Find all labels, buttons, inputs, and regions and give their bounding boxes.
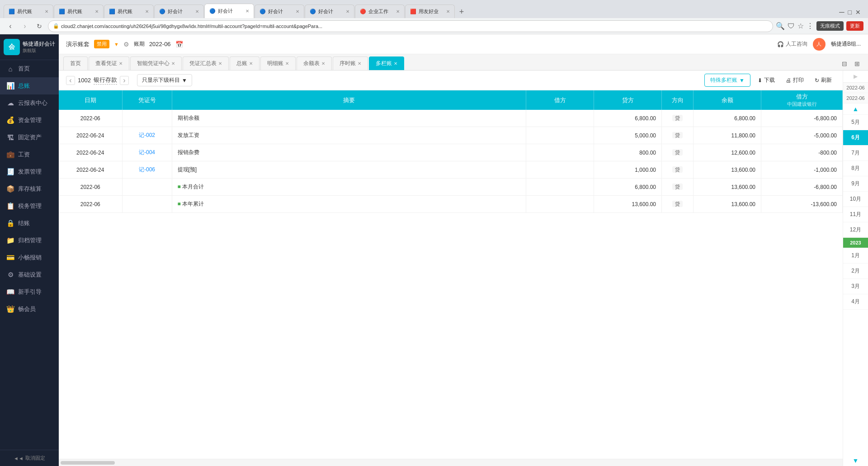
update-btn[interactable]: 更新 xyxy=(846,21,863,31)
sidebar-item-inventory[interactable]: 📦 库存核算 xyxy=(0,180,59,198)
scroll-thumb[interactable] xyxy=(61,461,115,465)
sidebar-item-tax[interactable]: 📋 税务管理 xyxy=(0,198,59,215)
page-tab-chronological[interactable]: 序时账✕ xyxy=(333,56,368,70)
search-icon[interactable]: 🔍 xyxy=(776,22,785,30)
consult-btn[interactable]: 🎧 人工咨询 xyxy=(777,40,807,48)
reload-btn[interactable]: ↻ xyxy=(33,20,45,32)
new-tab-btn[interactable]: + xyxy=(455,5,468,18)
url-bar[interactable]: 🔒 cloud2.chanjet.com/accounting/uh26t264… xyxy=(48,20,773,32)
browser-menu-icon[interactable]: ⋮ xyxy=(807,22,814,30)
month-item-7[interactable]: 7月 xyxy=(843,146,868,161)
sidebar-item-salary[interactable]: 💼 工资 xyxy=(0,146,59,163)
sidebar-item-archive[interactable]: 📁 归档管理 xyxy=(0,232,59,249)
sidebar-item-home[interactable]: ⌂ 首页 xyxy=(0,60,59,77)
sidebar-item-fixed-assets[interactable]: 🏗 固定资产 xyxy=(0,129,59,146)
month-item-9[interactable]: 9月 xyxy=(843,176,868,192)
cell-voucher-3[interactable]: 记-004 xyxy=(122,144,172,161)
close-tab-multi[interactable]: ✕ xyxy=(394,61,397,66)
month-item-3[interactable]: 3月 xyxy=(843,279,868,294)
close-tab-gl[interactable]: ✕ xyxy=(249,61,253,66)
close-tab-balance[interactable]: ✕ xyxy=(321,61,325,66)
sidebar-item-member[interactable]: 👑 畅会员 xyxy=(0,301,59,318)
month-item-6-active[interactable]: 6月 xyxy=(843,130,868,146)
page-tab-detail[interactable]: 明细账✕ xyxy=(260,56,296,70)
scroll-up-btn[interactable]: ▲ xyxy=(843,104,868,115)
print-label: 打印 xyxy=(793,76,804,84)
demo-badge-dropdown[interactable]: ▼ xyxy=(114,42,119,47)
shield-icon[interactable]: 🛡 xyxy=(788,22,795,30)
forward-btn[interactable]: › xyxy=(19,20,31,32)
col-balance: 余额 xyxy=(693,90,761,110)
sidebar-item-close[interactable]: 🔒 结账 xyxy=(0,215,59,232)
page-tab-balance[interactable]: 余额表✕ xyxy=(297,56,332,70)
tab-5-active[interactable]: 🔵好会计✕ xyxy=(204,4,254,18)
page-tab-general-ledger[interactable]: 总账✕ xyxy=(230,56,259,70)
close-tab-summary[interactable]: ✕ xyxy=(218,61,222,66)
special-column-btn[interactable]: 特殊多栏账 ▼ xyxy=(704,74,750,87)
close-tab-detail[interactable]: ✕ xyxy=(285,61,289,66)
month-item-1[interactable]: 1月 xyxy=(843,248,868,264)
maximize-btn[interactable]: □ xyxy=(848,9,852,16)
month-item-8[interactable]: 8月 xyxy=(843,161,868,176)
cell-voucher-2[interactable]: 记-002 xyxy=(122,127,172,144)
next-account-btn[interactable]: › xyxy=(120,76,129,85)
sidebar-item-cloud-report[interactable]: ☁ 云报表中心 xyxy=(0,94,59,112)
back-btn[interactable]: ‹ xyxy=(5,20,16,32)
horizontal-scrollbar[interactable] xyxy=(59,459,843,466)
lock-icon: 🔒 xyxy=(53,23,59,29)
pin-icon: ◄◄ xyxy=(14,456,24,461)
calendar-icon[interactable]: 📅 xyxy=(175,41,183,48)
download-btn[interactable]: ⬇ 下载 xyxy=(754,74,778,86)
tab-6[interactable]: 🔵好会计✕ xyxy=(255,5,304,18)
account-name: 银行存款 xyxy=(94,76,117,85)
sidebar-item-guide[interactable]: 📖 新手引导 xyxy=(0,283,59,301)
month-item-10[interactable]: 10月 xyxy=(843,192,868,207)
scroll-down-btn[interactable]: ▼ xyxy=(843,455,868,466)
star-icon[interactable]: ☆ xyxy=(797,22,804,30)
sidebar-label-inventory: 库存核算 xyxy=(18,185,42,193)
cell-debit-5 xyxy=(526,179,594,196)
sidebar-item-ledger[interactable]: 📊 总账 xyxy=(0,77,59,94)
sidebar-item-settings[interactable]: ⚙ 基础设置 xyxy=(0,266,59,283)
cell-credit-2: 5,000.00 xyxy=(594,127,662,144)
close-tab-voucher[interactable]: ✕ xyxy=(119,61,123,66)
pin-btn[interactable]: ◄◄ 取消固定 xyxy=(5,455,54,461)
tab-7[interactable]: 🔵好会计✕ xyxy=(305,5,354,18)
tab-9[interactable]: 🟥用友好业✕ xyxy=(405,5,455,18)
minimize-btn[interactable]: ─ xyxy=(839,8,844,16)
print-btn[interactable]: 🖨 打印 xyxy=(782,74,807,86)
expand-tabs-btn[interactable]: ⊞ xyxy=(851,57,863,70)
month-item-4[interactable]: 4月 xyxy=(843,294,868,310)
filter-dropdown[interactable]: 只显示下级科目 ▼ xyxy=(137,74,192,86)
sidebar-label-salary: 工资 xyxy=(18,151,30,159)
close-tab-smart[interactable]: ✕ xyxy=(171,61,175,66)
refresh-btn[interactable]: ↻ 刷新 xyxy=(811,74,835,86)
prev-account-btn[interactable]: ‹ xyxy=(66,76,75,85)
page-tab-voucher[interactable]: 查看凭证✕ xyxy=(89,56,129,70)
month-item-12[interactable]: 12月 xyxy=(843,222,868,238)
page-tab-home[interactable]: 首页 xyxy=(63,56,88,70)
col-date: 日期 xyxy=(59,90,122,110)
tab-8[interactable]: 🔴企业工作✕ xyxy=(355,5,405,18)
sidebar-item-expense[interactable]: 💳 小畅报销 xyxy=(0,249,59,266)
collapse-panel-btn[interactable]: ▶ xyxy=(843,71,868,83)
tab-2[interactable]: 🟦易代账✕ xyxy=(54,5,104,18)
month-item-5[interactable]: 5月 xyxy=(843,115,868,130)
tab-3[interactable]: 🟦易代账✕ xyxy=(104,5,154,18)
sidebar-item-fund[interactable]: 💰 资金管理 xyxy=(0,112,59,129)
top-bar: 演示账套 禁用 ▼ ⚙ 账期 2022-06 📅 🎧 人工咨询 人 畅捷通B组.… xyxy=(59,34,868,54)
collapse-tabs-btn[interactable]: ⊟ xyxy=(838,57,851,70)
month-item-2[interactable]: 2月 xyxy=(843,264,868,279)
close-btn[interactable]: ✕ xyxy=(855,9,861,16)
tab-4[interactable]: 🔵好会计✕ xyxy=(154,5,204,18)
page-tab-summary[interactable]: 凭证汇总表✕ xyxy=(183,56,229,70)
page-tab-smart-voucher[interactable]: 智能凭证中心✕ xyxy=(130,56,182,70)
tab-1[interactable]: 🟦易代账✕ xyxy=(4,5,53,18)
month-item-11[interactable]: 11月 xyxy=(843,207,868,222)
cell-voucher-4[interactable]: 记-006 xyxy=(122,161,172,179)
close-tab-chron[interactable]: ✕ xyxy=(358,61,361,66)
sidebar-item-invoice[interactable]: 🧾 发票管理 xyxy=(0,163,59,180)
page-tab-multi-column[interactable]: 多栏账✕ xyxy=(369,56,404,70)
settings-icon-top[interactable]: ⚙ xyxy=(123,41,129,48)
logo-text: 畅捷通好会计 xyxy=(23,40,55,48)
